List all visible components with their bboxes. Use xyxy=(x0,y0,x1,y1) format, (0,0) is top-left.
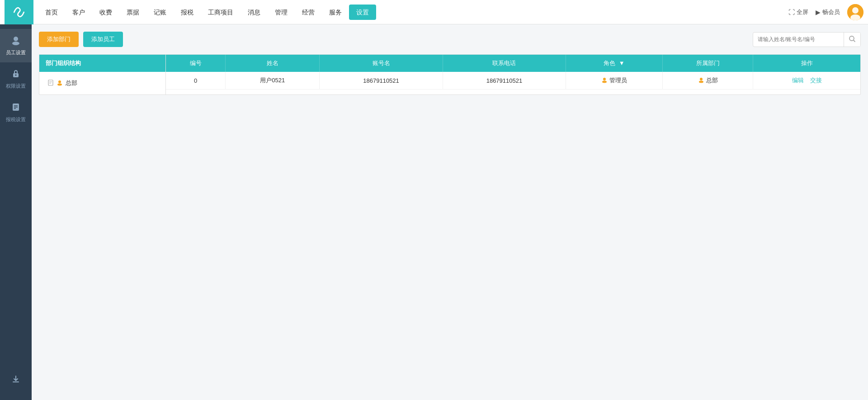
sidebar-item-permission[interactable]: 权限设置 xyxy=(0,62,32,96)
col-account: 账号名 xyxy=(320,55,443,72)
sidebar-download[interactable] xyxy=(11,368,21,393)
nav-charge[interactable]: 收费 xyxy=(92,0,119,24)
cell-actions: 编辑 交接 xyxy=(753,72,860,89)
panel: 部门组织结构 xyxy=(39,54,861,95)
nav-items: 首页 客户 收费 票据 记账 报税 工商项目 消息 管理 经营 服务 设置 xyxy=(38,0,788,24)
avatar[interactable] xyxy=(847,4,863,20)
cell-id: 0 xyxy=(166,72,226,89)
dept-tree-body: 总部 xyxy=(39,72,165,94)
table-wrap: 编号 姓名 账号名 联系电话 角色 ▼ 所属部门 操作 xyxy=(166,55,860,94)
dept-file-icon xyxy=(47,80,54,87)
tax-icon xyxy=(11,102,21,114)
fullscreen-button[interactable]: ⛶ 全屏 xyxy=(788,8,808,16)
svg-point-3 xyxy=(14,37,18,41)
col-name: 姓名 xyxy=(226,55,320,72)
sidebar-item-tax[interactable]: 报税设置 xyxy=(0,96,32,129)
nav-client[interactable]: 客户 xyxy=(65,0,92,24)
nav-accounting[interactable]: 记账 xyxy=(146,0,174,24)
nav-message[interactable]: 消息 xyxy=(241,0,268,24)
sidebar: 员工设置 权限设置 报税设置 xyxy=(0,24,32,400)
svg-rect-14 xyxy=(48,80,53,85)
search-button[interactable] xyxy=(844,33,860,47)
dept-tree-item[interactable]: 总部 xyxy=(44,76,161,90)
vip-icon: ▶ xyxy=(816,9,821,16)
col-role: 角色 ▼ xyxy=(566,55,663,72)
svg-point-17 xyxy=(58,80,61,83)
vip-button[interactable]: ▶ 畅会员 xyxy=(816,8,840,16)
dept-tree: 部门组织结构 xyxy=(39,55,166,94)
cell-role: 管理员 xyxy=(566,72,663,89)
col-id: 编号 xyxy=(166,55,226,72)
nav-operation[interactable]: 经营 xyxy=(295,0,322,24)
nav-settings[interactable]: 设置 xyxy=(349,5,376,20)
top-nav: 首页 客户 收费 票据 记账 报税 工商项目 消息 管理 经营 服务 设置 ⛶ … xyxy=(0,0,868,24)
employee-icon xyxy=(11,35,21,47)
svg-point-22 xyxy=(699,80,703,83)
cell-account: 18679110521 xyxy=(320,72,443,89)
nav-tax[interactable]: 报税 xyxy=(174,0,201,24)
svg-rect-11 xyxy=(13,381,19,382)
search-wrap xyxy=(753,32,861,47)
edit-button[interactable]: 编辑 xyxy=(792,77,804,84)
table-row: 0 用户0521 18679110521 18679110521 管理员 xyxy=(166,72,860,89)
col-phone: 联系电话 xyxy=(443,55,566,72)
main-content: 添加部门 添加员工 部门组织结构 xyxy=(32,24,868,400)
dept-user-icon2 xyxy=(698,77,704,85)
toolbar: 添加部门 添加员工 xyxy=(39,32,861,47)
sidebar-label-employee: 员工设置 xyxy=(6,49,26,56)
layout: 员工设置 权限设置 报税设置 xyxy=(0,24,868,400)
dept-tree-header: 部门组织结构 xyxy=(39,55,165,72)
employee-table: 编号 姓名 账号名 联系电话 角色 ▼ 所属部门 操作 xyxy=(166,55,860,89)
download-icon xyxy=(11,374,21,386)
cell-dept: 总部 xyxy=(662,72,753,89)
cell-name: 用户0521 xyxy=(226,72,320,89)
sidebar-label-tax: 报税设置 xyxy=(6,116,26,123)
svg-point-21 xyxy=(700,78,703,80)
nav-right: ⛶ 全屏 ▶ 畅会员 xyxy=(788,4,863,20)
nav-service[interactable]: 服务 xyxy=(322,0,349,24)
role-icon xyxy=(601,77,608,85)
sidebar-item-employee[interactable]: 员工设置 xyxy=(0,29,32,62)
col-action: 操作 xyxy=(753,55,860,72)
permission-icon xyxy=(11,69,21,81)
transfer-button[interactable]: 交接 xyxy=(810,77,822,84)
cell-phone: 18679110521 xyxy=(443,72,566,89)
nav-business[interactable]: 工商项目 xyxy=(201,0,241,24)
nav-bill[interactable]: 票据 xyxy=(119,0,146,24)
svg-point-18 xyxy=(57,83,62,85)
svg-point-4 xyxy=(12,42,19,45)
search-input[interactable] xyxy=(753,33,844,45)
fullscreen-icon: ⛶ xyxy=(788,9,795,16)
svg-point-19 xyxy=(603,78,606,80)
svg-line-13 xyxy=(854,40,855,42)
nav-home[interactable]: 首页 xyxy=(38,0,65,24)
sidebar-bottom xyxy=(11,368,21,400)
svg-point-20 xyxy=(602,80,607,83)
dept-name: 总部 xyxy=(66,79,77,87)
svg-point-1 xyxy=(852,7,859,14)
fullscreen-label: 全屏 xyxy=(797,8,808,16)
logo xyxy=(5,0,33,24)
filter-icon[interactable]: ▼ xyxy=(619,60,625,66)
vip-label: 畅会员 xyxy=(822,8,840,16)
dept-user-icon xyxy=(57,80,63,87)
svg-point-6 xyxy=(15,75,17,76)
sidebar-label-permission: 权限设置 xyxy=(6,83,26,89)
col-dept: 所属部门 xyxy=(662,55,753,72)
nav-manage[interactable]: 管理 xyxy=(268,0,295,24)
add-dept-button[interactable]: 添加部门 xyxy=(39,32,79,47)
add-staff-button[interactable]: 添加员工 xyxy=(83,32,123,47)
